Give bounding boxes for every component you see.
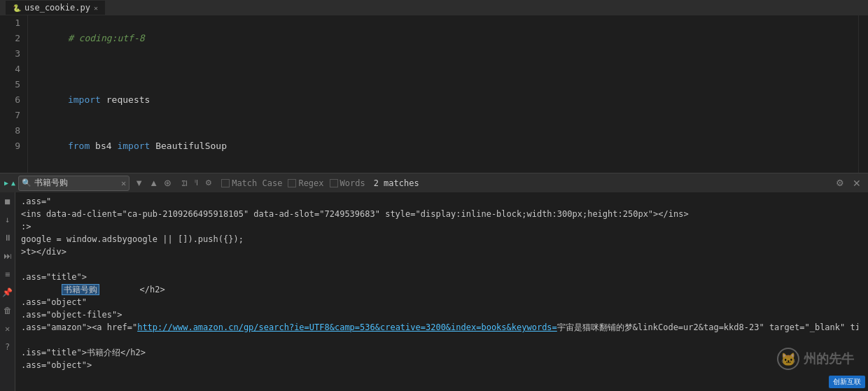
line-number: 4 [7,62,20,77]
line-number: 1 [7,15,20,31]
code-line-4: from bs4 import BeautifulSoup [35,123,851,169]
brand-badge: 创新互联 [829,376,865,388]
terminal-line: :> [21,220,853,233]
watermark-text: 州的先牛 [804,350,854,367]
words-label: Words [340,178,365,188]
cat-icon: 🐱 [780,352,796,367]
help-icon[interactable]: ? [4,341,11,353]
terminal-line [21,258,853,271]
match-case-option[interactable]: Match Case [221,178,282,188]
line-number: 5 [7,77,20,92]
up-arrow-icon[interactable]: ▲ [11,179,15,187]
run-toolbar: ▶ ▲ 🔍 ✕ ▼ ▲ ⊛ ꞮI ᴵI ⚙ Match Case Regex W… [0,173,868,192]
terminal-line: 书籍号购 </h2> [21,283,853,296]
clear-icon[interactable]: ✕ [121,178,126,188]
watermark: 🐱 州的先牛 [777,348,854,370]
line-number: 3 [7,46,20,62]
code-editor[interactable]: # coding:utf-8 import requests from bs4 … [28,15,858,173]
editor-scrollbar[interactable] [858,15,868,173]
words-checkbox[interactable] [330,179,338,187]
tab-label: use_cookie.py [24,3,90,13]
tab-close-icon[interactable]: ✕ [94,4,98,12]
settings-button[interactable]: ⚙ [833,177,847,189]
match-case-checkbox[interactable] [221,179,230,187]
terminal-line: <ins data-ad-client="ca-pub-210926649591… [21,208,853,220]
terminal-line: .ass=" [21,195,853,208]
terminal-area: ■ ↓ ⏸ ⏭ ≡ 📌 🗑 ✕ ? .ass=" <ins data-ad-cl… [0,192,868,391]
line-number: 6 [7,92,20,108]
terminal-line: .ass="title"> [21,271,853,283]
terminal-scrollbar[interactable] [858,192,868,391]
search-option2[interactable]: ᴵI [192,177,200,189]
editor-tab[interactable]: 🐍 use_cookie.py ✕ [6,1,105,15]
line-number: 9 [7,138,20,154]
terminal-line: .ass="object"> [21,359,853,371]
editor-area: 1 2 3 4 5 6 7 8 9 # coding:utf-8 import … [0,15,868,173]
search-navigation: ▼ ▲ ⊛ [132,176,174,190]
matches-count: 2 matches [374,178,419,188]
skip-icon[interactable]: ⏭ [2,250,13,262]
title-bar: 🐍 use_cookie.py ✕ [0,0,868,15]
stop-icon[interactable]: ■ [4,195,11,208]
terminal-line: >t></div> [21,246,853,258]
regex-label: Regex [298,178,323,188]
terminal-line: google = window.adsbygoogle || []).push(… [21,233,853,246]
pause-icon[interactable]: ⏸ [2,232,13,244]
line-numbers: 1 2 3 4 5 6 7 8 9 [0,15,28,173]
search-options: Match Case Regex Words 2 matches [221,178,419,188]
search-match-highlight: 书籍号购 [62,284,99,295]
prev-match-button[interactable]: ▼ [132,176,146,190]
code-line-5 [35,169,851,173]
search-input[interactable] [34,178,118,188]
regex-checkbox[interactable] [288,179,296,187]
terminal-line: .ass="object" [21,296,853,308]
search-option3[interactable]: ⚙ [203,177,214,189]
terminal-line: .iss="title">书籍介绍</h2> [21,346,853,359]
terminal-line [21,334,853,346]
pin-icon[interactable]: 📌 [1,286,14,299]
code-line-3: import requests [35,77,851,123]
trash-icon[interactable]: 🗑 [2,304,13,317]
search-icon: 🔍 [22,178,31,187]
cross-icon[interactable]: ✕ [4,322,11,335]
terminal-line: .ass="amazon"><a href="http://www.amazon… [21,321,853,334]
words-option[interactable]: Words [330,178,365,188]
search-filter-button[interactable]: ⊛ [162,176,174,190]
search-option1[interactable]: ꞮI [179,178,190,189]
line-number: 2 [7,31,20,46]
run-icon[interactable]: ▶ [4,179,8,187]
close-search-button[interactable]: ✕ [850,177,864,190]
down-icon[interactable]: ↓ [4,213,11,226]
filter-icon[interactable]: ≡ [4,268,11,280]
code-line-2 [35,62,851,77]
terminal-output: .ass=" <ins data-ad-client="ca-pub-21092… [15,192,858,391]
regex-option[interactable]: Regex [288,178,323,188]
line-number: 7 [7,108,20,123]
python-icon: 🐍 [13,4,21,12]
line-number: 8 [7,123,20,138]
search-wrapper[interactable]: 🔍 ✕ [18,176,130,191]
code-line-1: # coding:utf-8 [35,15,851,62]
terminal-line: .ass="object-files"> [21,308,853,321]
match-case-label: Match Case [232,178,282,188]
terminal-sidebar: ■ ↓ ⏸ ⏭ ≡ 📌 🗑 ✕ ? [0,192,15,391]
watermark-logo: 🐱 [777,348,799,370]
next-match-button[interactable]: ▲ [147,176,160,190]
